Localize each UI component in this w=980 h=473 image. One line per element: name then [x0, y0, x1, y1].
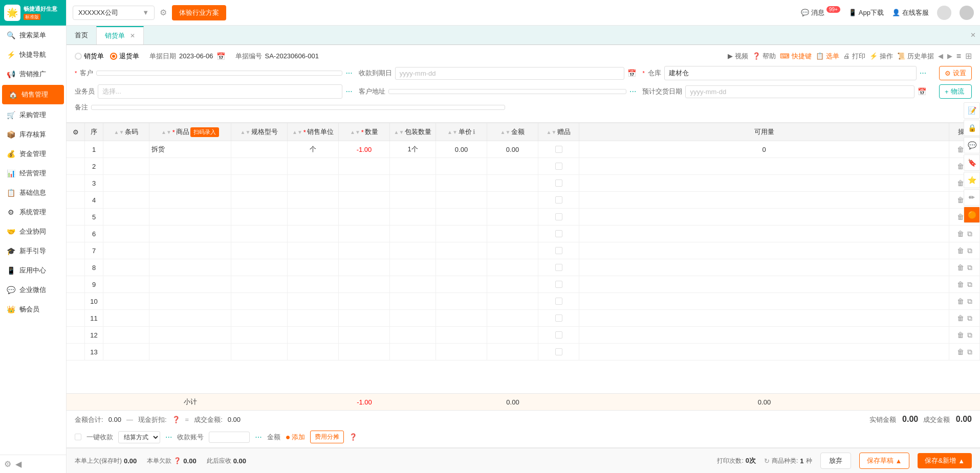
- salesperson-dots-btn[interactable]: ···: [345, 87, 352, 96]
- copy[interactable]: ⧉: [966, 348, 974, 356]
- qty-sort[interactable]: ▲▼: [350, 129, 360, 135]
- sidebar-item-sales[interactable]: 🏠 销售管理: [2, 85, 64, 104]
- float-star-btn[interactable]: ⭐: [964, 172, 980, 188]
- copy[interactable]: ⧉: [966, 297, 974, 306]
- message-btn[interactable]: 💬 消息 99+: [801, 8, 840, 17]
- float-note-btn[interactable]: 📝: [964, 102, 980, 119]
- collapse-icon[interactable]: ◀: [15, 459, 21, 469]
- fee-info-icon[interactable]: ❓: [349, 433, 357, 441]
- td-row1-spec[interactable]: [231, 141, 288, 157]
- sidebar-item-wechat[interactable]: 💬 企业微信: [0, 280, 66, 300]
- company-select[interactable]: XXXXXX公司 ▼: [73, 6, 155, 20]
- float-lock-btn[interactable]: 🔒: [964, 120, 980, 136]
- td-spec[interactable]: [231, 158, 288, 174]
- sidebar-item-guide[interactable]: 🎓 新手引导: [0, 241, 66, 261]
- del[interactable]: 🗑: [955, 348, 966, 356]
- sidebar-item-purchase[interactable]: 🛒 采购管理: [0, 105, 66, 125]
- sidebar-item-search[interactable]: 🔍 搜索菜单: [0, 26, 66, 45]
- float-edit-btn[interactable]: 🔖: [964, 154, 980, 171]
- save-new-button[interactable]: 保存&新增 ▲: [918, 453, 972, 468]
- price-sort[interactable]: ▲▼: [447, 129, 458, 135]
- pkg-sort[interactable]: ▲▼: [394, 129, 404, 135]
- td-row1-price[interactable]: 0.00: [436, 141, 487, 157]
- addr-dots-btn[interactable]: ···: [629, 87, 636, 96]
- shortcut-btn[interactable]: ⌨ 快捷键: [780, 52, 812, 61]
- one-click-pay-checkbox[interactable]: [75, 434, 81, 440]
- calc-method-dots[interactable]: ···: [165, 433, 172, 442]
- sidebar-item-marketing[interactable]: 📢 营销推广: [0, 64, 66, 84]
- sidebar-item-system[interactable]: ⚙ 系统管理: [0, 202, 66, 222]
- spec-sort[interactable]: ▲▼: [241, 129, 251, 135]
- td-row1-amount[interactable]: 0.00: [487, 141, 538, 157]
- row1-gift-checkbox[interactable]: [555, 146, 562, 153]
- delivery-date-input[interactable]: yyyy-mm-dd: [685, 85, 914, 98]
- history-btn[interactable]: 📜 历史单据: [897, 52, 934, 61]
- warehouse-dots-btn[interactable]: ···: [920, 69, 926, 78]
- try-industry-button[interactable]: 体验行业方案: [172, 5, 226, 20]
- amount-sort[interactable]: ▲▼: [500, 129, 511, 135]
- td-qty[interactable]: [339, 158, 390, 174]
- sidebar-item-collab[interactable]: 🤝 企业协同: [0, 222, 66, 241]
- del[interactable]: 🗑: [955, 331, 966, 339]
- help-btn[interactable]: ❓ 帮助: [752, 52, 776, 61]
- sidebar-item-appstore[interactable]: 📱 应用中心: [0, 261, 66, 280]
- fee-split-btn[interactable]: 费用分摊: [310, 431, 344, 443]
- abandon-button[interactable]: 放弃: [820, 453, 851, 469]
- th-settings[interactable]: ⚙: [67, 123, 85, 141]
- settings-bottom-icon[interactable]: ⚙: [4, 459, 11, 469]
- del[interactable]: 🗑: [955, 263, 966, 272]
- sidebar-item-basic[interactable]: 📋 基础信息: [0, 183, 66, 202]
- td-row1-barcode[interactable]: [103, 141, 149, 157]
- product-sort[interactable]: ▲▼: [161, 129, 171, 135]
- tab-sales-order[interactable]: 销货单 ✕: [96, 26, 144, 44]
- salesperson-input[interactable]: 选择...: [98, 84, 342, 99]
- account-input[interactable]: [209, 432, 250, 443]
- operation-btn[interactable]: ⚡ 操作: [869, 52, 893, 61]
- sidebar-item-member[interactable]: 👑 畅会员: [0, 300, 66, 319]
- del[interactable]: 🗑: [955, 297, 966, 305]
- unit-sort[interactable]: ▲▼: [292, 129, 302, 135]
- receipt-date-cal-icon[interactable]: 📅: [627, 69, 636, 77]
- avatar[interactable]: [937, 6, 951, 20]
- float-chat-btn[interactable]: 💬: [964, 137, 980, 153]
- sidebar-item-operation[interactable]: 📊 经营管理: [0, 164, 66, 183]
- td-gift[interactable]: [538, 158, 579, 174]
- td-row1-product[interactable]: 拆货: [149, 141, 231, 157]
- sidebar-item-inventory[interactable]: 📦 库存核算: [0, 125, 66, 144]
- copy[interactable]: ⧉: [966, 246, 974, 255]
- return-radio[interactable]: 退货单: [110, 52, 139, 61]
- customer-addr-input[interactable]: [388, 89, 626, 94]
- td-barcode[interactable]: [103, 158, 149, 174]
- del[interactable]: 🗑: [955, 314, 966, 322]
- warehouse-input[interactable]: 建材仓: [664, 66, 917, 80]
- delivery-cal-icon[interactable]: 📅: [918, 87, 926, 96]
- del[interactable]: 🗑: [955, 246, 966, 255]
- list-view-icon[interactable]: ≡: [956, 52, 961, 61]
- prev-icon[interactable]: ◀: [938, 52, 943, 60]
- customer-dots-btn[interactable]: ···: [345, 69, 352, 78]
- td-row1-gift[interactable]: [538, 141, 579, 157]
- select-btn[interactable]: 📋 选单: [816, 52, 839, 61]
- settings-form-button[interactable]: ⚙ 设置: [939, 66, 972, 80]
- customer-input[interactable]: [96, 71, 342, 76]
- copy[interactable]: ⧉: [966, 263, 974, 272]
- copy[interactable]: ⧉: [966, 314, 974, 323]
- add-payment-btn[interactable]: ● 添加: [286, 433, 306, 442]
- tabbar-close-icon[interactable]: ✕: [970, 31, 976, 39]
- tab-close-icon[interactable]: ✕: [130, 32, 135, 39]
- td-price[interactable]: [436, 158, 487, 174]
- td-product[interactable]: [149, 158, 231, 174]
- gift-sort[interactable]: ▲▼: [547, 129, 557, 135]
- app-download-btn[interactable]: 📱 App下载: [848, 8, 884, 17]
- notes-input[interactable]: [91, 105, 505, 110]
- info-icon[interactable]: ❓: [173, 457, 181, 464]
- float-pen-btn[interactable]: ✏: [964, 189, 980, 206]
- del[interactable]: 🗑: [955, 280, 966, 288]
- float-orange-btn[interactable]: 🟠: [964, 207, 980, 223]
- video-btn[interactable]: ▶ 视频: [728, 52, 748, 61]
- copy[interactable]: ⧉: [966, 331, 974, 340]
- td-unit[interactable]: [288, 158, 339, 174]
- td-row1-qty[interactable]: -1.00: [339, 141, 390, 157]
- td-amount[interactable]: [487, 158, 538, 174]
- price-info-icon[interactable]: ℹ: [473, 128, 475, 136]
